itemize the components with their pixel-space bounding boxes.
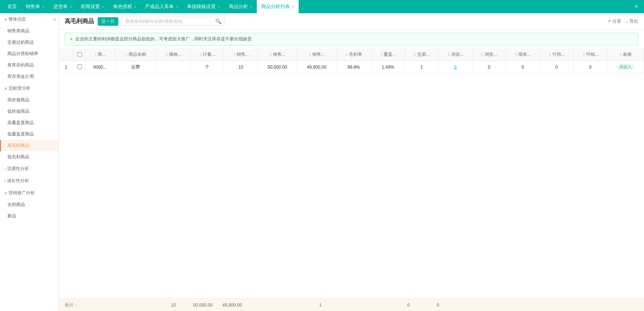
sidebar-group-marketing[interactable]: ∨ 营销推广分析: [0, 187, 58, 199]
sidebar-item-sales-products[interactable]: 销售类商品: [0, 25, 58, 37]
col-sellable: ⇅ 可销...: [573, 48, 607, 61]
col-sort-icon: ⇅: [414, 53, 417, 57]
sidebar-item-low-margin[interactable]: 低毛利商品: [0, 151, 58, 163]
cell-sales-profit: 49,900.00: [297, 61, 336, 73]
sidebar-group-overall[interactable]: ∨ 整体信息: [0, 13, 58, 25]
page-title: 高毛利商品: [65, 18, 94, 25]
product-table: ⇅ 商... ⇅ 商品名称 ⇅: [59, 48, 644, 73]
cell-coverage: 1.49%: [371, 61, 405, 73]
close-icon[interactable]: ×: [218, 5, 220, 9]
cell-sales-amount: 50,000.00: [258, 61, 297, 73]
col-trade: ⇅ 交易...: [405, 48, 439, 61]
col-tag: ⇅ 标签: [607, 48, 644, 61]
cell-available: 0: [540, 61, 573, 73]
export-button[interactable]: ↓ 导出: [626, 18, 638, 25]
close-icon[interactable]: ×: [292, 5, 294, 9]
sidebar-item-new-products[interactable]: 新品: [0, 210, 58, 222]
col-unit: ⇅ 计量...: [190, 48, 224, 61]
col-sort-icon: ⇅: [548, 53, 551, 57]
cell-code: 0000...: [85, 61, 115, 73]
col-sort-icon: ⇅: [199, 53, 202, 57]
nav-home[interactable]: 首页: [3, 0, 21, 13]
time-filter-button[interactable]: 近一月: [98, 17, 118, 26]
close-icon[interactable]: ×: [134, 5, 137, 9]
nav-permission-settings[interactable]: 权限设置 ×: [76, 0, 109, 13]
footer-stock: 0: [394, 303, 423, 308]
nav-product-inbound[interactable]: 产成品入库单 ×: [141, 0, 183, 13]
sidebar-group-marketing-items: 全部商品 新品: [0, 199, 58, 222]
col-index: [59, 48, 73, 61]
cell-gross-margin: 99.8%: [336, 61, 371, 73]
col-sales-amount: ⇅ 销售...: [258, 48, 297, 61]
cell-browse2: 0: [472, 61, 506, 73]
chevron-down-icon: ∨: [4, 191, 7, 195]
sidebar-group-liquidity[interactable]: › 流通性分析: [0, 163, 58, 175]
col-sort-icon: ⇅: [309, 53, 312, 57]
search-input[interactable]: [125, 19, 215, 24]
cell-unit: 个: [190, 61, 224, 73]
cell-trade: 1: [405, 61, 439, 73]
table-container: ⇅ 商... ⇅ 商品名称 ⇅: [59, 48, 644, 311]
cell-browse1[interactable]: 0: [439, 61, 472, 73]
close-icon[interactable]: ×: [42, 5, 44, 9]
share-button[interactable]: ↗ 分享: [607, 18, 621, 25]
browse1-link[interactable]: 0: [454, 65, 457, 70]
col-sort-icon: ⇅: [233, 53, 236, 57]
content-header: 高毛利商品 近一月 🔍 ↗ 分享 ↓ 导出: [59, 13, 644, 30]
table-row: 1 0000... 运费 个 10 50,000.00 49,900.00 99…: [59, 61, 644, 73]
col-name: ⇅ 商品名称: [115, 48, 156, 61]
top-navigation: 首页 销售单 × 进货单 × 权限设置 × 角色授权 × 产成品入库单 × 单据…: [0, 0, 644, 13]
col-sort-icon: ⇅: [94, 53, 97, 57]
col-sort-icon: ⇅: [481, 53, 484, 57]
col-spec: ⇅ 规格...: [156, 48, 190, 61]
main-layout: « ∨ 整体信息 销售类商品 交易过的商品 商品分营助销率 有库存的商品 库存资…: [0, 13, 644, 311]
sidebar-group-contribution[interactable]: ∨ 贡献度分析: [0, 82, 58, 94]
sidebar-item-all-products[interactable]: 全部商品: [0, 199, 58, 210]
cell-name: 运费: [115, 61, 156, 73]
sidebar-group-growth[interactable]: › 成长性分析: [0, 175, 58, 187]
nav-product-analysis-list[interactable]: 商品分析列表 ×: [257, 0, 299, 13]
nav-product-analysis[interactable]: 商品分析 ×: [224, 0, 257, 13]
col-gross-margin: ⇅ 毛利率: [336, 48, 371, 61]
col-stock: ⇅ 现有...: [506, 48, 540, 61]
sidebar-item-high-margin[interactable]: 高毛利商品: [0, 140, 58, 151]
nav-template-settings[interactable]: 单据模板设置 ×: [183, 0, 224, 13]
col-sort-icon: ⇅: [125, 53, 128, 57]
select-all-checkbox[interactable]: [77, 52, 82, 57]
sidebar-group-contribution-items: 高价值商品 低价值商品 高覆盖度商品 低覆盖度商品 高毛利商品 低毛利商品: [0, 94, 58, 163]
info-banner: ✦ 企业的主要的利润都是这部分商品创造的，可考虑加大推广，同时关注库存是不要出现…: [65, 33, 638, 46]
cell-check[interactable]: [73, 61, 85, 73]
sidebar-item-stock-capital[interactable]: 库存资金占用: [0, 71, 58, 82]
table-header-row: ⇅ 商... ⇅ 商品名称 ⇅: [59, 48, 644, 61]
col-check: [73, 48, 85, 61]
sidebar-collapse-button[interactable]: «: [53, 16, 56, 22]
footer-sales-amount: 50,000.00: [188, 303, 217, 308]
close-icon[interactable]: ×: [176, 5, 178, 9]
close-icon[interactable]: ×: [102, 5, 104, 9]
nav-sales-order[interactable]: 销售单 ×: [21, 0, 49, 13]
sidebar-item-low-coverage[interactable]: 低覆盖度商品: [0, 129, 58, 140]
search-box: 🔍: [122, 17, 225, 26]
close-icon[interactable]: ×: [250, 5, 252, 9]
nav-role-auth[interactable]: 角色授权 ×: [109, 0, 141, 13]
sidebar: « ∨ 整体信息 销售类商品 交易过的商品 商品分营助销率 有库存的商品 库存资…: [0, 13, 59, 311]
sidebar-item-high-value[interactable]: 高价值商品: [0, 94, 58, 106]
window-close-icon[interactable]: ×: [632, 3, 641, 10]
nav-purchase-order[interactable]: 进货单 ×: [49, 0, 76, 13]
sidebar-item-assist-rate[interactable]: 商品分营助销率: [0, 48, 58, 59]
close-icon[interactable]: ×: [70, 5, 72, 9]
content-area: 高毛利商品 近一月 🔍 ↗ 分享 ↓ 导出 ✦ 企业的主要的利润都是这部分商品创…: [59, 13, 644, 311]
cell-spec: [156, 61, 190, 73]
col-sales-profit: ⇅ 销售...: [297, 48, 336, 61]
col-sort-icon: ⇅: [165, 53, 168, 57]
sidebar-item-traded-products[interactable]: 交易过的商品: [0, 37, 58, 48]
row-checkbox[interactable]: [77, 64, 82, 69]
sidebar-item-in-stock-products[interactable]: 有库存的商品: [0, 59, 58, 71]
sidebar-item-high-coverage[interactable]: 高覆盖度商品: [0, 117, 58, 129]
search-icon[interactable]: 🔍: [215, 18, 222, 24]
footer-sales-qty: 10: [159, 303, 188, 308]
col-sort-icon: ⇅: [345, 53, 348, 57]
share-icon: ↗: [607, 19, 611, 24]
sidebar-item-low-value[interactable]: 低价值商品: [0, 106, 58, 117]
col-sort-icon: ⇅: [515, 53, 518, 57]
